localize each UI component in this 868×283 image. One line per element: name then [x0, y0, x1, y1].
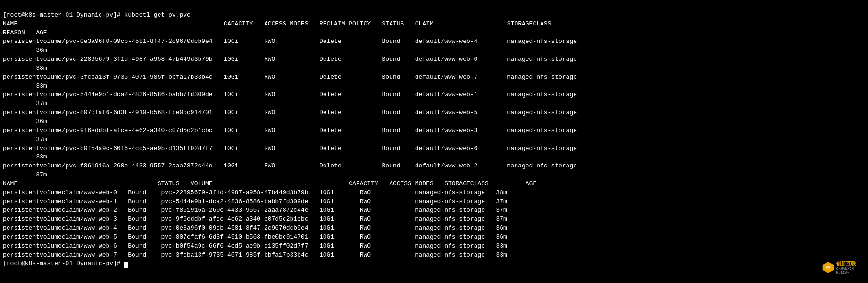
terminal-line: persistentvolume/pvc-b0f54a9c-66f6-4cd5-…: [3, 144, 865, 153]
terminal-line: 37m: [3, 135, 865, 144]
brand-english: CHUANXIN HULIAN: [836, 267, 864, 275]
terminal-line: persistentvolume/pvc-22895679-3f1d-4987-…: [3, 55, 865, 64]
terminal-line: persistentvolumeclaim/www-web-2 Bound pv…: [3, 206, 865, 215]
terminal-output: [root@k8s-master-01 Dynamic-pv]# kubectl…: [0, 0, 868, 270]
terminal-cursor: [124, 262, 128, 268]
brand-logo: 创 创新互联 CHUANXIN HULIAN: [822, 256, 864, 279]
terminal-line: persistentvolume/pvc-5444e9b1-dca2-4836-…: [3, 91, 865, 100]
terminal-line: 38m: [3, 64, 865, 73]
brand-chinese: 创新互联: [836, 260, 864, 267]
terminal-line: 33m: [3, 153, 865, 162]
terminal-line: persistentvolume/pvc-0e3a96f0-09cb-4581-…: [3, 37, 865, 46]
terminal-line: persistentvolumeclaim/www-web-3 Bound pv…: [3, 215, 865, 224]
terminal-line: persistentvolume/pvc-9f6eddbf-afce-4e62-…: [3, 126, 865, 135]
terminal-line: [root@k8s-master-01 Dynamic-pv]# kubectl…: [3, 11, 865, 20]
brand-icon: 创: [822, 260, 835, 275]
svg-text:创: 创: [826, 266, 830, 270]
terminal-line: NAME CAPACITY ACCESS MODES RECLAIM POLIC…: [3, 20, 865, 29]
terminal-line: persistentvolume/pvc-3fcba13f-9735-4071-…: [3, 73, 865, 82]
terminal-line: REASON AGE: [3, 29, 865, 38]
terminal-line: persistentvolumeclaim/www-web-6 Bound pv…: [3, 242, 865, 251]
terminal-line: persistentvolumeclaim/www-web-0 Bound pv…: [3, 189, 865, 198]
terminal-line: 37m: [3, 100, 865, 108]
terminal-line: NAME STATUS VOLUME CAPACITY ACCESS MODES…: [3, 180, 865, 189]
terminal-line: [root@k8s-master-01 Dynamic-pv]#: [3, 259, 865, 268]
terminal-line: 33m: [3, 82, 865, 91]
terminal-line: persistentvolumeclaim/www-web-4 Bound pv…: [3, 224, 865, 233]
terminal-line: 36m: [3, 46, 865, 55]
terminal-line: persistentvolumeclaim/www-web-7 Bound pv…: [3, 251, 865, 260]
terminal-line: 37m: [3, 171, 865, 180]
terminal-line: persistentvolume/pvc-f861916a-260e-4433-…: [3, 162, 865, 171]
terminal-line: persistentvolumeclaim/www-web-1 Bound pv…: [3, 198, 865, 207]
terminal-line: persistentvolumeclaim/www-web-5 Bound pv…: [3, 233, 865, 242]
terminal-line: persistentvolume/pvc-807cfaf6-6d3f-4910-…: [3, 108, 865, 117]
terminal-line: 36m: [3, 117, 865, 126]
